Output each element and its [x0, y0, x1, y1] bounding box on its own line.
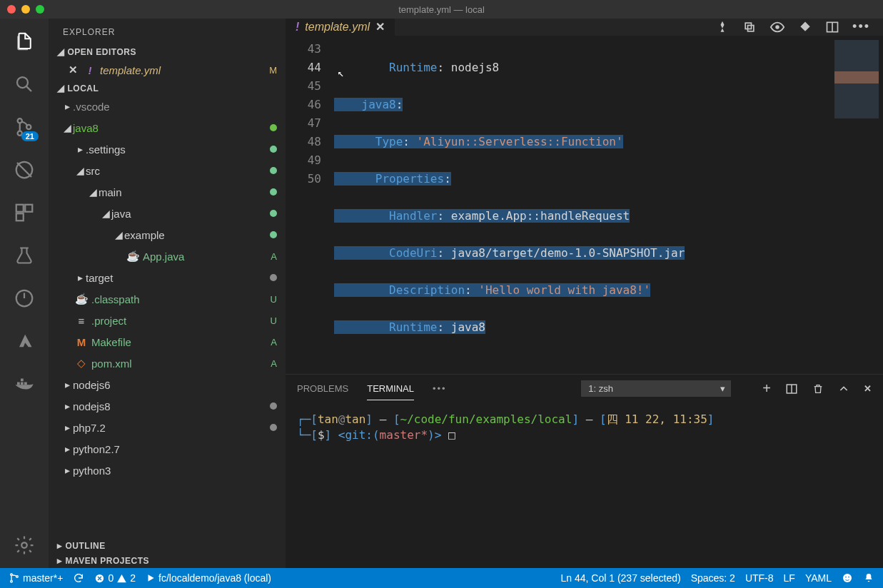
extensions-icon[interactable] [13, 201, 36, 224]
java-icon: ☕ [126, 250, 140, 263]
code-content[interactable]: Runtime: nodejs8 java8: Type: 'Aliyun::S… [334, 36, 826, 374]
chevron-down-icon: ◢ [74, 165, 86, 176]
scm-icon[interactable]: 21 [13, 116, 36, 138]
workspace-label: LOCAL [68, 83, 99, 93]
exclaim-icon: ! [296, 21, 299, 34]
tree-file[interactable]: ◇pom.xmlA [49, 353, 286, 374]
chevron-right-icon: ▸ [74, 272, 86, 283]
maven-header[interactable]: ▸ MAVEN PROJECTS [49, 553, 286, 568]
java-icon: ☕ [74, 293, 89, 305]
tab-bar: ! template.yml ✕ ••• [286, 19, 883, 36]
tab-close-icon[interactable]: ✕ [375, 20, 385, 34]
svg-point-25 [848, 577, 849, 578]
tree-folder[interactable]: ▸python3 [49, 460, 286, 481]
action-icon[interactable] [715, 20, 730, 34]
tree-folder[interactable]: ▸target [49, 267, 286, 288]
cursor-position[interactable]: Ln 44, Col 1 (237 selected) [561, 572, 681, 584]
eol-status[interactable]: LF [784, 572, 795, 584]
terminal-select[interactable]: 1: zsh▾ [581, 380, 731, 397]
tree-folder[interactable]: ▸.vscode [49, 96, 286, 117]
git-dot [270, 402, 277, 410]
tree-folder[interactable]: ◢src [49, 160, 286, 181]
gutter: 4344454647484950 [286, 36, 334, 374]
makefile-icon: M [74, 336, 89, 348]
tree-file[interactable]: MMakefileA [49, 331, 286, 353]
language-status[interactable]: YAML [805, 572, 832, 584]
tree-folder[interactable]: ▸nodejs8 [49, 395, 286, 417]
tree-folder[interactable]: ◢java [49, 203, 286, 224]
sidebar-title: EXPLORER [49, 19, 286, 44]
svg-point-0 [17, 77, 28, 88]
minimap[interactable] [826, 36, 883, 374]
workspace-header[interactable]: ◢ LOCAL [49, 81, 286, 96]
outline-label: OUTLINE [66, 541, 106, 551]
open-editors-header[interactable]: ◢ OPEN EDITORS [49, 44, 286, 59]
maven-label: MAVEN PROJECTS [66, 556, 149, 566]
svg-rect-5 [16, 205, 24, 212]
docker-icon[interactable] [13, 372, 36, 395]
chevron-right-icon: ▸ [74, 143, 86, 155]
bell-icon[interactable] [863, 572, 874, 584]
debug-target[interactable]: fc/localdemo/java8 (local) [146, 572, 271, 584]
tree-folder[interactable]: ◢example [49, 224, 286, 245]
git-dot [270, 210, 277, 217]
svg-point-16 [775, 25, 779, 29]
beaker-icon[interactable] [13, 244, 36, 267]
tree-folder-java8[interactable]: ◢java8 [49, 117, 286, 138]
tree-file-appjava[interactable]: ☕App.javaA [49, 245, 286, 267]
tree-folder[interactable]: ◢main [49, 181, 286, 203]
tab-terminal[interactable]: TERMINAL [367, 377, 414, 400]
debug-icon[interactable] [13, 158, 36, 181]
window-minimize[interactable] [21, 5, 30, 14]
titlebar: template.yml — local [0, 0, 883, 19]
azure-icon[interactable] [13, 330, 36, 353]
tree-folder[interactable]: ▸python2.7 [49, 438, 286, 460]
open-editors-label: OPEN EDITORS [68, 47, 136, 57]
open-editor-label: template.yml [100, 64, 265, 76]
chevron-down-icon: ◢ [57, 46, 65, 57]
more-icon[interactable]: ••• [852, 19, 870, 34]
problems-status[interactable]: 0 2 [94, 572, 136, 584]
tree-folder[interactable]: ▸.settings [49, 138, 286, 160]
open-editor-item[interactable]: ✕ ! template.yml M [49, 59, 286, 81]
chevron-up-icon[interactable] [838, 383, 849, 395]
editor-body[interactable]: ↖ 4344454647484950 Runtime: nodejs8 java… [286, 36, 883, 374]
tab-problems[interactable]: PROBLEMS [297, 377, 348, 400]
power-icon[interactable] [13, 287, 36, 310]
more-icon[interactable]: ••• [433, 383, 447, 394]
encoding-status[interactable]: UTF-8 [745, 572, 774, 584]
close-icon[interactable]: ✕ [66, 64, 80, 76]
terminal-body[interactable]: ┌─[tan@tan] – [~/code/fun/examples/local… [286, 403, 883, 568]
split-editor-icon[interactable] [825, 20, 839, 34]
git-dot [270, 188, 277, 196]
split-terminal-icon[interactable] [785, 382, 798, 395]
file-icon: ≡ [74, 315, 89, 327]
tree-file[interactable]: ☕.classpathU [49, 288, 286, 310]
action-icon[interactable] [770, 19, 785, 35]
action-icon[interactable] [742, 20, 757, 34]
chevron-right-icon: ▸ [61, 465, 73, 476]
explorer-icon[interactable] [13, 30, 36, 53]
new-terminal-icon[interactable]: + [762, 380, 771, 397]
indent-status[interactable]: Spaces: 2 [691, 572, 735, 584]
outline-header[interactable]: ▸ OUTLINE [49, 538, 286, 553]
window-close[interactable] [7, 5, 16, 14]
trash-icon[interactable] [812, 382, 824, 395]
tree-folder[interactable]: ▸nodejs6 [49, 374, 286, 395]
git-branch[interactable]: master*+ [9, 572, 63, 584]
chevron-right-icon: ▸ [57, 555, 63, 566]
window-zoom[interactable] [36, 5, 44, 14]
tree-folder[interactable]: ▸php7.2 [49, 417, 286, 438]
settings-icon[interactable] [13, 534, 36, 557]
editor-tab[interactable]: ! template.yml ✕ [286, 19, 395, 36]
svg-rect-7 [16, 213, 24, 220]
tree-file[interactable]: ≡.projectU [49, 310, 286, 331]
action-icon[interactable] [798, 20, 812, 34]
chevron-down-icon: ◢ [61, 122, 73, 133]
xml-icon: ◇ [74, 357, 89, 370]
close-icon[interactable]: ✕ [864, 383, 872, 394]
feedback-icon[interactable] [842, 572, 853, 584]
scm-badge: 21 [21, 131, 39, 141]
search-icon[interactable] [13, 73, 36, 96]
sync-icon[interactable] [73, 572, 84, 584]
